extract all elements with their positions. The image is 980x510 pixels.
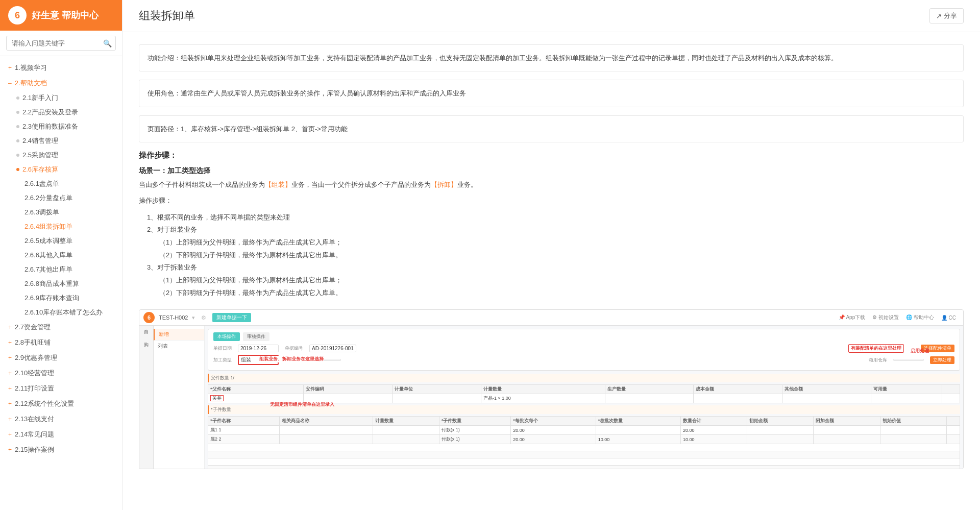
sidebar-item-assembly[interactable]: 2.6.4组装拆卸单	[0, 220, 122, 234]
mock-bottom-table: *子件名称 相关商品名称 计量数量 *子件数量 *每批次每个 *总批次数量 数量…	[208, 416, 960, 469]
mock-top-table: *父件名称 父件编码 计量单位 计量数量 生产数量 成本金额 其他金额 可用量	[208, 384, 960, 403]
steps-intro: 操作步骤：	[139, 195, 964, 207]
mock-form-area: 本场操作 审核操作 单据日期 2019-12-26 单据编号 AD-201912…	[205, 326, 963, 469]
mock-sub-item-list: 列表	[154, 341, 204, 352]
mock-biztype-annotation: 组装业务、拆卸业务在这里选择	[259, 356, 324, 362]
sidebar-item-finance[interactable]: + 2.7资金管理	[0, 320, 122, 335]
mock-sidebar-tabs: 自 购	[139, 326, 154, 469]
sidebar-item-sales[interactable]: 2.4销售管理	[0, 134, 122, 148]
sidebar-item-purchase[interactable]: 2.5采购管理	[0, 148, 122, 162]
sidebar-item-online-pay[interactable]: + 2.13在线支付	[0, 411, 122, 427]
intro-block-1: 功能介绍：组装拆卸单用来处理企业组装或拆卸等加工业务，支持有固定装配清单的产品加…	[139, 44, 964, 71]
main-content-area: 组装拆卸单 ↗ 分享 功能介绍：组装拆卸单用来处理企业组装或拆卸等加工业务，支持…	[122, 0, 980, 510]
mock-form-tab1: 本场操作	[213, 332, 240, 341]
step-3-sub-1: （1）上部明细为父件明细，最终作为原材料生成其它出库单；	[139, 274, 964, 287]
sidebar-item-transfer[interactable]: 2.6.3调拨单	[0, 205, 122, 220]
dot-icon	[16, 168, 19, 171]
step-3-sub-2: （2）下部明细为子件明细，最终作为产成品生成其它入库单。	[139, 287, 964, 300]
plus-icon: +	[8, 385, 12, 392]
page-header: 组装拆卸单 ↗ 分享	[122, 0, 980, 32]
mock-sub-item-new: 新增	[154, 329, 204, 341]
mock-docno-field: AD-20191226-001	[309, 345, 356, 352]
plus-icon: +	[8, 431, 12, 438]
plus-icon: +	[8, 416, 12, 423]
plus-icon: +	[8, 446, 12, 453]
sidebar-item-stockcount[interactable]: 2.6.1盘点单	[0, 177, 122, 191]
share-button[interactable]: ↗ 分享	[929, 8, 964, 23]
minus-icon: –	[8, 80, 12, 87]
scene1-desc: 当由多个子件材料组装成一个成品的业务为【组装】业务，当由一个父件拆分成多个子产品…	[139, 179, 964, 191]
sidebar-item-mobile[interactable]: + 2.8手机旺铺	[0, 335, 122, 350]
mock-company: TEST-H002	[159, 314, 188, 321]
intro-block-3: 页面路径：1、库存核算->库存管理->组装拆卸单 2、首页->常用功能	[139, 115, 964, 142]
sidebar-item-data-prep[interactable]: 2.3使用前数据准备	[0, 119, 122, 134]
mock-layout: 自 购 新增 列表 本场操作 审核操作	[139, 326, 963, 469]
sidebar-item-video-learning[interactable]: + 1.视频学习	[0, 60, 122, 76]
ops-title: 操作步骤：	[139, 151, 964, 160]
sidebar: 6 好生意 帮助中心 🔍 + 1.视频学习 – 2.帮助文档 2.1新手入门 2…	[0, 0, 122, 510]
mock-topbar: 6 TEST-H002 ▾ ⚙ 新建单据一下 📌 App下载 ⚙ 初始设置 🌐 …	[139, 310, 963, 326]
mock-date-field: 2019-12-26	[238, 345, 279, 352]
sidebar-item-cost-adjust[interactable]: 2.6.5成本调整单	[0, 234, 122, 248]
share-label: 分享	[944, 11, 957, 20]
intro-text-3: 页面路径：1、库存核算->库存管理->组装拆卸单 2、首页->常用功能	[148, 125, 348, 133]
app-logo: 6	[8, 6, 27, 25]
intro-text-1: 功能介绍：组装拆卸单用来处理企业组装或拆卸等加工业务，支持有固定装配清单的产品加…	[148, 54, 838, 62]
intro-block-2: 使用角色：通常由生产人员或库管人员完成拆装业务的操作，库管人员确认原材料的出库和…	[139, 80, 964, 107]
plus-icon: +	[8, 339, 12, 346]
search-icon[interactable]: 🔍	[103, 39, 112, 47]
search-box: 🔍	[0, 31, 122, 56]
sidebar-item-system-custom[interactable]: + 2.12系统个性化设置	[0, 396, 122, 411]
sidebar-item-ops-mgmt[interactable]: + 2.10经营管理	[0, 366, 122, 381]
dot-icon	[16, 154, 19, 157]
sidebar-item-newcomer[interactable]: 2.1新手入门	[0, 91, 122, 105]
sidebar-item-partial-count[interactable]: 2.6.2分量盘点单	[0, 191, 122, 205]
sidebar-item-inventory[interactable]: 2.6库存核算	[0, 162, 122, 177]
sidebar-item-other-in[interactable]: 2.6.6其他入库单	[0, 248, 122, 262]
mock-logo: 6	[143, 312, 155, 323]
page-title: 组装拆卸单	[139, 8, 195, 23]
intro-text-2: 使用角色：通常由生产人员或库管人员完成拆装业务的操作，库管人员确认原材料的出库和…	[148, 89, 466, 97]
sidebar-item-install[interactable]: 2.2产品安装及登录	[0, 105, 122, 119]
sidebar-header: 6 好生意 帮助中心	[0, 0, 122, 31]
scene1-title: 场景一：加工类型选择	[139, 166, 964, 176]
dot-icon	[16, 111, 19, 114]
mock-warehouse-field	[893, 359, 924, 361]
mock-handle-btn: 立即处理	[930, 356, 954, 364]
plus-icon: +	[8, 370, 12, 377]
sidebar-item-ledger-query[interactable]: 2.6.9库存账本查询	[0, 291, 122, 305]
mock-form-tab2: 审核操作	[243, 332, 270, 341]
mock-new-doc-btn: 新建单据一下	[212, 313, 251, 322]
mock-bottom-table-label: *子件数量 无固定活币组件清单在这里录入	[208, 405, 960, 414]
step-1: 1、根据不同的业务，选择不同单据的类型来处理	[139, 211, 964, 224]
dot-icon	[16, 96, 19, 100]
step-2-sub-2: （2）下部明细为子件明细，最终作为原材料生成其它出库单。	[139, 249, 964, 262]
plus-icon: +	[8, 64, 12, 71]
step-3: 3、对于拆装业务	[139, 261, 964, 274]
sidebar-item-print[interactable]: + 2.11打印设置	[0, 381, 122, 396]
step-2-sub-1: （1）上部明细为父件明细，最终作为产成品生成其它入库单；	[139, 236, 964, 249]
mock-bom-annotation: 有装配清单的在这里处理	[848, 344, 904, 353]
screenshot-mockup: 6 TEST-H002 ▾ ⚙ 新建单据一下 📌 App下载 ⚙ 初始设置 🌐 …	[139, 309, 964, 469]
steps-list: 1、根据不同的业务，选择不同单据的类型来处理 2、对于组装业务 （1）上部明细为…	[139, 211, 964, 300]
dot-icon	[16, 125, 19, 128]
dot-icon	[16, 139, 19, 142]
sidebar-item-help-docs[interactable]: – 2.帮助文档	[0, 76, 122, 91]
sidebar-item-cost-recalc[interactable]: 2.6.8商品成本重算	[0, 277, 122, 291]
search-input[interactable]	[6, 36, 116, 51]
plus-icon: +	[8, 324, 12, 331]
sidebar-item-faq[interactable]: + 2.14常见问题	[0, 427, 122, 442]
mock-sub-sidebar: 新增 列表	[154, 326, 205, 469]
sidebar-item-ledger-error[interactable]: 2.6.10库存账本错了怎么办	[0, 305, 122, 320]
nav-tree: + 1.视频学习 – 2.帮助文档 2.1新手入门 2.2产品安装及登录 2.3…	[0, 56, 122, 510]
mock-top-table-label: 父件数量 1/	[208, 374, 960, 382]
sidebar-item-cases[interactable]: + 2.15操作案例	[0, 442, 122, 457]
plus-icon: +	[8, 354, 12, 361]
doc-content: 功能介绍：组装拆卸单用来处理企业组装或拆卸等加工业务，支持有固定装配清单的产品加…	[122, 32, 980, 510]
sidebar-item-coupon[interactable]: + 2.9优惠券管理	[0, 350, 122, 366]
share-icon: ↗	[936, 12, 942, 20]
sidebar-item-other-out[interactable]: 2.6.7其他出库单	[0, 262, 122, 277]
plus-icon: +	[8, 400, 12, 407]
mock-handle-annotation: 启用处理	[911, 348, 929, 354]
step-2: 2、对于组装业务	[139, 224, 964, 236]
